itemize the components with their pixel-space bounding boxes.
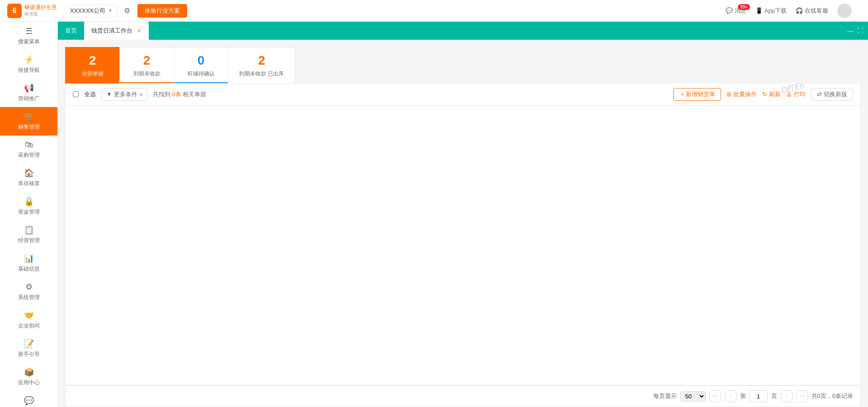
filter-button[interactable]: ▼ 更多条件 ∨ [101,88,147,101]
select-all-checkbox[interactable] [73,91,79,97]
last-page-button[interactable]: ⊣ [796,390,808,402]
total-text: 共0页，0条记录 [811,392,853,400]
refresh-button[interactable]: ↻ 刷新 [762,90,781,98]
stat-label-pending-confirm: 旺辅待确认 [188,70,215,78]
stat-card-overdue-unshipped[interactable]: 2 到期未收款 已出库 [228,47,295,84]
maximize-icon[interactable]: ⛶ [857,27,863,34]
company-selector[interactable]: XXXXXX公司 ▼ [65,5,118,17]
found-count: 0条 [172,91,181,98]
sidebar-item-newbie-guide[interactable]: 📝 新手引导 [0,334,57,363]
headset-icon: 🎧 [796,7,803,14]
header-right: 💬 消息 99+ 📱 App下载 🎧 在线客服 [726,4,861,18]
next-page-button[interactable]: › [781,390,793,402]
sidebar-label-app-center: 应用中心 [18,379,40,387]
sidebar-item-app-center[interactable]: 📦 应用中心 [0,363,57,391]
toolbar: 全选 ▼ 更多条件 ∨ 共找到 0条 相关单据 + 新增销货单 [65,84,861,106]
per-page-select[interactable]: 50 100 200 [680,391,706,402]
purchase-icon: 🛍 [25,140,33,150]
filter-icon: ▼ [106,91,112,98]
per-page-label: 每页显示 [653,392,677,400]
sidebar: ☰ 搜索菜单 ⚡ 快捷导航 📢 营销推广 🛒 销售管理 🛍 采购管理 🏠 库存核… [0,22,58,407]
sidebar-item-inventory[interactable]: 🏠 库存核算 [0,164,57,192]
page-input[interactable] [750,390,768,402]
toolbar-right: + 新增销货单 ⊞ 批量操作 ↻ 刷新 🖨 打印 ⇄ [673,88,853,101]
minimize-icon[interactable]: — [847,27,854,34]
settings-button[interactable]: ⚙ [122,5,132,17]
switch-version-button[interactable]: ⇄ 切换新版 [811,88,853,101]
content-area: 首页 钱货日清工作台 ✕ — ⛶ 2 全部单据 2 [58,22,868,407]
app-download-button[interactable]: 📱 App下载 [755,7,787,15]
message-badge: 99+ [738,4,750,10]
pagination-bar: 每页显示 50 100 200 ⊢ ‹ 第 页 › ⊣ 共0页，0条记录 [65,385,861,407]
sidebar-label-marketing: 营销推广 [18,95,40,103]
page-label-2: 页 [771,392,777,400]
sidebar-label-fund-mgmt: 资金管理 [18,208,40,216]
stat-num-all: 2 [89,53,96,68]
app-center-icon: 📦 [24,367,34,377]
stat-card-pending-confirm[interactable]: 0 旺辅待确认 [174,47,228,84]
tab-cashflow[interactable]: 钱货日清工作台 ✕ [84,22,149,40]
sidebar-label-ops-mgmt: 经营管理 [18,237,40,244]
sidebar-item-fund-mgmt[interactable]: 🔒 资金管理 [0,192,57,220]
fund-icon: 🔒 [24,196,34,206]
first-page-button[interactable]: ⊢ [709,390,721,402]
stat-num-pending-confirm: 0 [198,53,205,68]
sidebar-label-newbie-guide: 新手引导 [18,351,40,358]
close-icon[interactable]: ✕ [137,28,142,34]
sidebar-item-corp-wechat[interactable]: 💬 企业微信 [0,391,57,407]
sidebar-item-quick-nav[interactable]: ⚡ 快捷导航 [0,50,57,79]
download-icon: 📱 [755,7,763,14]
app-version: 标准版 [24,11,57,17]
stat-label-all: 全部单据 [82,70,104,78]
sidebar-item-sys-mgmt[interactable]: ⚙ 系统管理 [0,277,57,306]
sidebar-item-search-menu[interactable]: ☰ 搜索菜单 [0,22,57,50]
online-service-button[interactable]: 🎧 在线客服 [796,7,828,15]
sidebar-label-basic-info: 基础信息 [18,265,40,273]
sidebar-label-search-menu: 搜索菜单 [18,38,40,46]
print-label: 打印 [794,90,806,98]
sidebar-item-sales-mgmt[interactable]: 🛒 销售管理 [0,107,57,136]
sidebar-item-marketing[interactable]: 📢 营销推广 [0,79,57,107]
try-industry-button[interactable]: 体验行业方案 [137,4,187,18]
sidebar-label-purchase-mgmt: 采购管理 [18,151,40,159]
stats-row: 2 全部单据 2 到期未收款 0 旺辅待确认 2 到期未收款 已出库 [58,40,868,84]
select-all-label: 全选 [84,90,96,98]
prev-page-button[interactable]: ‹ [725,390,736,402]
filter-label: 更多条件 [114,90,137,98]
found-text: 共找到 0条 相关单据 [153,90,206,98]
sidebar-label-quick-nav: 快捷导航 [18,66,40,74]
wechat-icon: 💬 [24,396,34,406]
stat-card-overdue-unpaid[interactable]: 2 到期未收款 [119,47,174,84]
sidebar-item-purchase-mgmt[interactable]: 🛍 采购管理 [0,136,57,164]
sidebar-item-basic-info[interactable]: 📊 基础信息 [0,249,57,277]
batch-op-button[interactable]: ⊞ 批量操作 [726,90,757,98]
refresh-label: 刷新 [769,90,781,98]
basic-info-icon: 📊 [24,253,34,263]
found-suffix: 相关单据 [183,91,206,98]
app-download-label: App下载 [764,7,787,15]
tab-home[interactable]: 首页 [58,22,84,40]
print-button[interactable]: 🖨 打印 [786,90,806,98]
sidebar-item-corp-coop[interactable]: 🤝 企业协同 [0,306,57,334]
new-sale-button[interactable]: + 新增销货单 [673,88,721,101]
logo-icon: 6 [7,4,22,18]
sidebar-item-ops-mgmt[interactable]: 📋 经营管理 [0,220,57,249]
chevron-down-icon: ▼ [108,8,113,13]
newbie-icon: 📝 [24,339,34,349]
new-sale-label: + 新增销货单 [681,90,715,98]
logo-area: 6 畅捷通好生意 标准版 [7,4,65,18]
marketing-icon: 📢 [24,83,34,93]
tab-home-label: 首页 [65,27,77,35]
stat-card-all[interactable]: 2 全部单据 [65,47,119,84]
refresh-icon: ↻ [762,91,767,98]
message-button[interactable]: 💬 消息 99+ [726,7,746,15]
sys-icon: ⚙ [25,282,33,292]
sales-icon: 🛒 [24,112,34,122]
sidebar-label-sales-mgmt: 销售管理 [18,123,40,131]
avatar[interactable] [837,4,852,18]
batch-icon: ⊞ [726,91,731,98]
switch-label: 切换新版 [824,90,847,98]
sidebar-label-inventory: 库存核算 [18,180,40,187]
company-name: XXXXXX公司 [70,7,105,15]
page-content: 2 全部单据 2 到期未收款 0 旺辅待确认 2 到期未收款 已出库 [58,40,868,407]
